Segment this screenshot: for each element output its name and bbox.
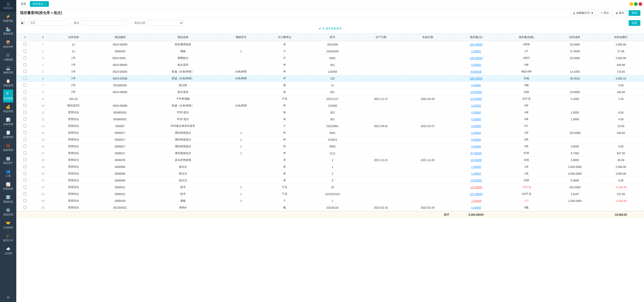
cell-qty-main-21[interactable]: -16.00000 bbox=[451, 184, 501, 191]
total-empty-2 bbox=[552, 211, 598, 218]
cell-qty-main-23[interactable]: -1.00000 bbox=[451, 198, 501, 204]
row-checkbox-21[interactable] bbox=[16, 184, 34, 191]
sidebar-item-mini-ecommerce[interactable]: 🛒小额电商 bbox=[3, 51, 13, 64]
row-checkbox-23[interactable] bbox=[16, 198, 34, 204]
row-checkbox-4[interactable] bbox=[16, 68, 34, 75]
cell-product_code-11: 000900001 bbox=[95, 116, 145, 123]
cell-qty-main-1[interactable]: 1.00000 bbox=[451, 48, 501, 55]
row-checkbox-5[interactable] bbox=[16, 75, 34, 82]
cell-qty-main-24[interactable]: 0.00000 bbox=[451, 204, 501, 211]
sidebar-item-general-ledger[interactable]: 📊总账管理 bbox=[3, 115, 13, 128]
sidebar-item-ecommerce[interactable]: 💻电商管理 bbox=[3, 64, 13, 77]
sidebar-item-tax[interactable]: 💼税务管理 bbox=[3, 141, 13, 154]
export-button[interactable]: ↗ 导出 bbox=[598, 10, 612, 16]
cell-qty-main-4[interactable]: 49.60000 bbox=[451, 68, 501, 75]
cell-qty-main-7[interactable]: 10.00000 bbox=[451, 89, 501, 96]
row-num-6: 7 bbox=[34, 82, 52, 89]
cell-spec-13: 1 bbox=[221, 130, 262, 136]
cell-qty-main-11[interactable]: 4.00000 bbox=[451, 116, 501, 123]
table-row: 41号0023-00005批次适培米0010.000000米445.86 bbox=[16, 62, 644, 68]
row-checkbox-6[interactable] bbox=[16, 82, 34, 89]
cell-qty-main-17[interactable]: 10.00000 bbox=[451, 157, 501, 164]
cell-qty-main-10[interactable]: 4.00000 bbox=[451, 109, 501, 116]
row-checkbox-24[interactable] bbox=[16, 204, 34, 211]
row-checkbox-20[interactable] bbox=[16, 177, 34, 184]
maximize-button[interactable] bbox=[634, 2, 638, 6]
cell-qty-main-8[interactable]: 10.00000 bbox=[451, 96, 501, 102]
cell-qty-main-14[interactable]: 0.00000 bbox=[451, 136, 501, 143]
row-checkbox-13[interactable] bbox=[16, 130, 34, 136]
row-checkbox-8[interactable] bbox=[16, 96, 34, 102]
row-checkbox-1[interactable] bbox=[16, 48, 34, 55]
cell-qty-main-15[interactable]: 3.00000 bbox=[451, 143, 501, 150]
sidebar-item-enterprise[interactable]: 🤝企业协同 bbox=[3, 219, 13, 232]
row-checkbox-9[interactable] bbox=[16, 102, 34, 109]
row-checkbox-11[interactable] bbox=[16, 116, 34, 123]
sidebar-logo[interactable]: ☰ 搜索菜单 bbox=[0, 0, 16, 12]
cell-qty-main-22[interactable]: 122.00000 bbox=[451, 191, 501, 198]
warehouse-filter[interactable] bbox=[28, 20, 66, 26]
cell-qty-main-5[interactable]: 100.00000 bbox=[451, 75, 501, 82]
cell-product_name-16: 测试电笔批次 bbox=[145, 150, 221, 157]
print-button[interactable]: 🖨 按模板打印 ▼ bbox=[570, 10, 596, 16]
cell-qty-main-13[interactable]: 2.00000 bbox=[451, 130, 501, 136]
sidebar-item-sys-mgmt[interactable]: ⚙️系统管理 bbox=[3, 206, 13, 219]
sidebar-item-cloud-app[interactable]: ☁️云应用 bbox=[3, 244, 13, 257]
category-filter[interactable] bbox=[147, 20, 183, 26]
row-checkbox-19[interactable] bbox=[16, 170, 34, 177]
sidebar-item-new-guide[interactable]: 🎓新手引导 bbox=[3, 232, 13, 244]
row-checkbox-18[interactable] bbox=[16, 164, 34, 170]
row-checkbox-15[interactable] bbox=[16, 143, 34, 150]
sidebar-item-basic-info[interactable]: ℹ️基础信息 bbox=[3, 193, 13, 206]
cell-qty-main-16[interactable]: 87.00000 bbox=[451, 150, 501, 157]
row-checkbox-14[interactable] bbox=[16, 136, 34, 143]
query-button[interactable]: 查询 bbox=[628, 10, 640, 16]
row-checkbox-10[interactable] bbox=[16, 109, 34, 116]
tab-active[interactable]: 库存批次 × bbox=[30, 1, 49, 7]
sidebar-item-hr[interactable]: 👥工资 bbox=[3, 167, 13, 180]
sidebar-item-finance[interactable]: 💰资金管理 bbox=[3, 102, 13, 115]
cell-qty-main-6[interactable]: 0.00000 bbox=[451, 82, 501, 89]
row-checkbox-7[interactable] bbox=[16, 89, 34, 96]
cell-qty-main-19[interactable]: 1.00000 bbox=[451, 170, 501, 177]
product-filter[interactable] bbox=[81, 20, 126, 26]
cell-qty-main-18[interactable]: 1.00000 bbox=[451, 164, 501, 170]
tab-close-button[interactable]: × bbox=[45, 3, 46, 6]
settings-button[interactable]: 设置 bbox=[628, 20, 640, 26]
cell-qty-stock-6: 0箱 bbox=[501, 82, 552, 89]
cell-unit-cost-4: 14.4355 bbox=[552, 68, 598, 75]
sidebar-item-quick-nav[interactable]: ⚡快捷导航 bbox=[3, 12, 13, 25]
row-checkbox-12[interactable] bbox=[16, 123, 34, 130]
sidebar-item-fixed-assets[interactable]: 🏢固定资产 bbox=[3, 154, 13, 167]
expand-more-conditions[interactable]: ▼ ▼ 展开更多条件 bbox=[20, 26, 640, 32]
sidebar-item-wholesale[interactable]: 📦批发管理 bbox=[3, 38, 13, 51]
row-checkbox-3[interactable] bbox=[16, 62, 34, 68]
display-button[interactable]: ⊞ 显示 bbox=[613, 10, 627, 16]
sidebar-item-retail[interactable]: 🏪零售管理 bbox=[3, 25, 13, 38]
row-checkbox-16[interactable] bbox=[16, 150, 34, 157]
tab-home[interactable]: 首页 bbox=[18, 1, 29, 7]
cell-qty-main-2[interactable]: 100.00000 bbox=[451, 55, 501, 62]
sidebar-item-ops[interactable]: 📈经营管理 bbox=[3, 180, 13, 193]
sidebar-item-invoice[interactable]: 🧾发票管理 bbox=[3, 128, 13, 141]
cell-qty-main-20[interactable]: 10.00000 bbox=[451, 177, 501, 184]
cell-qty-main-3[interactable]: 0.00000 bbox=[451, 62, 501, 68]
table-row: 51号0023-00005富减（白色/闲情）白色/闲情件12345649.600… bbox=[16, 68, 644, 75]
sidebar-label-wholesale: 批发管理 bbox=[3, 45, 13, 49]
row-checkbox-22[interactable] bbox=[16, 191, 34, 198]
close-button[interactable] bbox=[638, 2, 642, 6]
minimize-button[interactable] bbox=[630, 2, 633, 6]
filter-expand-toggle[interactable]: ▶ bbox=[20, 21, 25, 25]
cell-batch-18: 1 bbox=[308, 164, 358, 170]
col-header-unit_cost: 结存成本 bbox=[552, 34, 598, 41]
cell-qty-main-0[interactable]: 100.00000 bbox=[451, 41, 501, 48]
sidebar-item-inventory[interactable]: 🔍库存核查 bbox=[3, 89, 13, 102]
sidebar-item-purchase[interactable]: 📋采购管理 bbox=[3, 77, 13, 89]
row-checkbox-0[interactable] bbox=[16, 41, 34, 48]
cell-warehouse-19: 营营综仓 bbox=[52, 170, 95, 177]
row-checkbox-17[interactable] bbox=[16, 157, 34, 164]
cell-qty-main-9[interactable]: 0.00000 bbox=[451, 102, 501, 109]
row-checkbox-2[interactable] bbox=[16, 55, 34, 62]
sidebar-settings[interactable]: ⚙ bbox=[0, 293, 16, 302]
cell-qty-main-12[interactable]: 0.00000 bbox=[451, 123, 501, 130]
